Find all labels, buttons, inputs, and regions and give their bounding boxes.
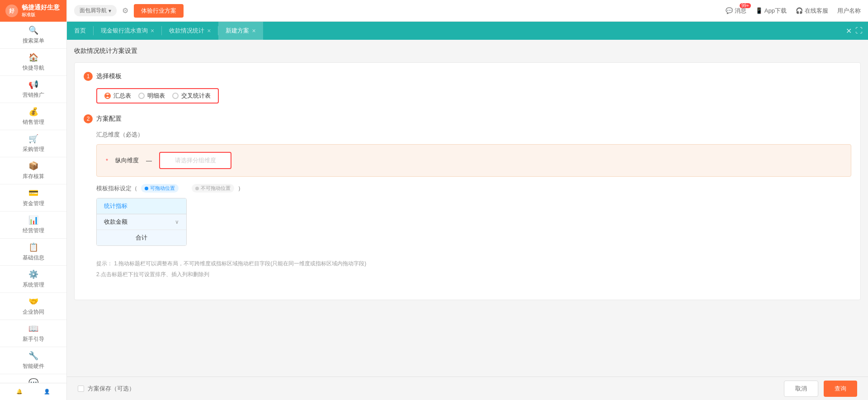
trial-button[interactable]: 体验行业方案 bbox=[134, 4, 184, 18]
indicator-table: 统计指标 收款金额 ∨ 合计 bbox=[96, 198, 187, 246]
sidebar-item-management[interactable]: 📊 经营管理 bbox=[0, 212, 66, 239]
management-icon: 📊 bbox=[28, 215, 38, 225]
sidebar-item-purchase[interactable]: 🛒 采购管理 bbox=[0, 130, 66, 157]
sidebar-item-system[interactable]: ⚙️ 系统管理 bbox=[0, 266, 66, 293]
indicator-cell-receipts[interactable]: 收款金额 ∨ bbox=[97, 214, 186, 230]
content-card: 1 选择模板 汇总表 明细表 交叉统计表 bbox=[74, 62, 861, 300]
indicator-table-footer: 合计 bbox=[97, 230, 186, 245]
app-edition: 标准版 bbox=[22, 12, 60, 18]
cancel-button[interactable]: 取消 bbox=[784, 381, 818, 397]
header-right: 💬 消息 99+ 📱 App下载 🎧 在线客服 用户名称 bbox=[726, 7, 861, 15]
sidebar-label-hardware: 智能硬件 bbox=[23, 362, 44, 370]
message-count: 99+ bbox=[740, 3, 751, 8]
indicator-title-text: 模板指标设定（ bbox=[96, 184, 137, 193]
sidebar-item-finance[interactable]: 💳 资金管理 bbox=[0, 184, 66, 212]
radio-detail-circle bbox=[138, 93, 145, 99]
step2-header: 2 方案配置 bbox=[84, 114, 851, 123]
tab-receipt-stats-close[interactable]: × bbox=[207, 27, 211, 34]
sidebar-bell-btn[interactable]: 🔔 bbox=[16, 389, 23, 395]
sidebar-label-guide: 新手引导 bbox=[23, 335, 44, 343]
message-badge[interactable]: 💬 消息 99+ bbox=[726, 7, 746, 15]
indicator-close-paren: ） bbox=[238, 184, 244, 193]
tips-section: 提示： 1.拖动标题栏可以调整布局，不可跨维度或指标区域拖动栏目字段(只能在同一… bbox=[96, 258, 851, 280]
sidebar-item-search[interactable]: 🔍 搜索菜单 bbox=[0, 22, 66, 49]
radio-detail[interactable]: 明细表 bbox=[138, 92, 165, 100]
sidebar-item-nav[interactable]: 🏠 快捷导航 bbox=[0, 49, 66, 76]
breadcrumb-text: 面包屑导航 bbox=[80, 7, 107, 14]
main-content: 收款情况统计方案设置 1 选择模板 汇总表 明细表 bbox=[67, 40, 868, 400]
sidebar-label-sales: 销售管理 bbox=[23, 118, 44, 126]
hardware-icon: 🔧 bbox=[28, 351, 38, 361]
user-info[interactable]: 用户名称 bbox=[837, 7, 861, 15]
guide-icon: 📖 bbox=[28, 324, 38, 334]
save-option: 方案保存（可选） bbox=[78, 385, 135, 393]
radio-summary[interactable]: 汇总表 bbox=[104, 92, 131, 100]
step2-num: 2 bbox=[84, 114, 93, 123]
sidebar-item-marketing[interactable]: 📢 营销推广 bbox=[0, 76, 66, 103]
corp-icon: 🤝 bbox=[28, 296, 38, 306]
message-icon: 💬 bbox=[726, 7, 733, 14]
dimension-area: * 纵向维度 — 请选择分组维度 bbox=[96, 144, 851, 177]
tab-home[interactable]: 首页 bbox=[67, 22, 93, 40]
logo-icon: 好 bbox=[5, 5, 18, 17]
tabbar-close-icon[interactable]: ✕ bbox=[846, 27, 852, 35]
tab-new-plan-close[interactable]: × bbox=[252, 27, 255, 34]
sidebar-item-hardware[interactable]: 🔧 智能硬件 bbox=[0, 347, 66, 374]
basic-icon: 📋 bbox=[28, 242, 38, 252]
radio-cross[interactable]: 交叉统计表 bbox=[172, 92, 211, 100]
radio-summary-label: 汇总表 bbox=[113, 92, 131, 100]
marketing-icon: 📢 bbox=[28, 80, 38, 89]
service-icon: 🎧 bbox=[796, 7, 803, 14]
non-draggable-label: 不可拖动位置 bbox=[201, 185, 231, 192]
indicator-dropdown-icon[interactable]: ∨ bbox=[175, 219, 179, 225]
bottom-buttons: 取消 查询 bbox=[784, 381, 857, 397]
service-badge[interactable]: 🎧 在线客服 bbox=[796, 7, 828, 15]
indicator-cell-name: 收款金额 bbox=[104, 218, 127, 226]
tab-receipt-stats[interactable]: 收款情况统计 × bbox=[162, 22, 218, 40]
draggable-label: 可拖动位置 bbox=[150, 185, 175, 192]
sidebar-label-basic: 基础信息 bbox=[23, 254, 44, 262]
tab-cash-bank-label: 现金银行流水查询 bbox=[101, 27, 148, 35]
template-select-box: 汇总表 明细表 交叉统计表 bbox=[96, 88, 219, 104]
radio-cross-label: 交叉统计表 bbox=[181, 92, 211, 100]
sidebar-user-btn[interactable]: 👤 bbox=[44, 389, 50, 395]
sidebar-item-guide[interactable]: 📖 新手引导 bbox=[0, 320, 66, 347]
query-button[interactable]: 查询 bbox=[824, 381, 857, 397]
service-label: 在线客服 bbox=[805, 7, 828, 15]
sidebar-item-basic[interactable]: 📋 基础信息 bbox=[0, 239, 66, 266]
tip-line2: 2.点击标题栏下拉可设置排序、插入列和删除列 bbox=[96, 269, 851, 280]
sidebar-label-marketing: 营销推广 bbox=[23, 91, 44, 99]
dimension-select-button[interactable]: 请选择分组维度 bbox=[159, 152, 231, 169]
tab-cash-bank-close[interactable]: × bbox=[151, 27, 154, 34]
tab-receipt-stats-label: 收款情况统计 bbox=[169, 27, 204, 35]
sidebar-label-nav: 快捷导航 bbox=[23, 64, 44, 72]
tab-cash-bank[interactable]: 现金银行流水查询 × bbox=[94, 22, 161, 40]
sidebar-bottom: 🔔 👤 bbox=[0, 383, 66, 400]
tabbar-expand-icon[interactable]: ⛶ bbox=[855, 27, 863, 35]
non-draggable-tag: 不可拖动位置 bbox=[192, 184, 234, 193]
sidebar-label-finance: 资金管理 bbox=[23, 200, 44, 207]
sidebar-label-inventory: 库存核算 bbox=[23, 173, 44, 180]
indicator-title-row: 模板指标设定（ 可拖动位置 不可拖动位置 ） bbox=[96, 184, 851, 193]
download-label: App下载 bbox=[764, 7, 787, 15]
breadcrumb: 面包屑导航 ▾ bbox=[74, 5, 117, 16]
download-badge[interactable]: 📱 App下载 bbox=[755, 7, 787, 15]
app-logo: 好 畅捷通好生意 标准版 bbox=[0, 0, 66, 22]
step2-section: 2 方案配置 汇总维度（必选） * 纵向维度 — 请选择分组维度 模板指标设定（… bbox=[84, 114, 851, 280]
tab-home-label: 首页 bbox=[74, 27, 86, 35]
header: 面包屑导航 ▾ ⚙ 体验行业方案 💬 消息 99+ 📱 App下载 🎧 在线客服… bbox=[67, 0, 868, 22]
sidebar-item-inventory[interactable]: 📦 库存核算 bbox=[0, 157, 66, 184]
sidebar-label-search: 搜索菜单 bbox=[23, 37, 44, 45]
settings-icon[interactable]: ⚙ bbox=[122, 6, 128, 15]
sidebar-item-corp[interactable]: 🤝 企业协同 bbox=[0, 293, 66, 320]
save-checkbox[interactable] bbox=[78, 386, 84, 392]
sidebar-item-sales[interactable]: 💰 销售管理 bbox=[0, 103, 66, 130]
breadcrumb-arrow: ▾ bbox=[108, 8, 111, 14]
sidebar-item-wechat[interactable]: 💬 企业微信 bbox=[0, 374, 66, 383]
save-label: 方案保存（可选） bbox=[88, 385, 135, 393]
indicator-separator bbox=[182, 184, 188, 193]
dimension-arrow: — bbox=[146, 157, 152, 164]
purchase-icon: 🛒 bbox=[28, 134, 38, 144]
tab-new-plan[interactable]: 新建方案 × bbox=[218, 22, 263, 40]
download-icon: 📱 bbox=[755, 7, 763, 14]
